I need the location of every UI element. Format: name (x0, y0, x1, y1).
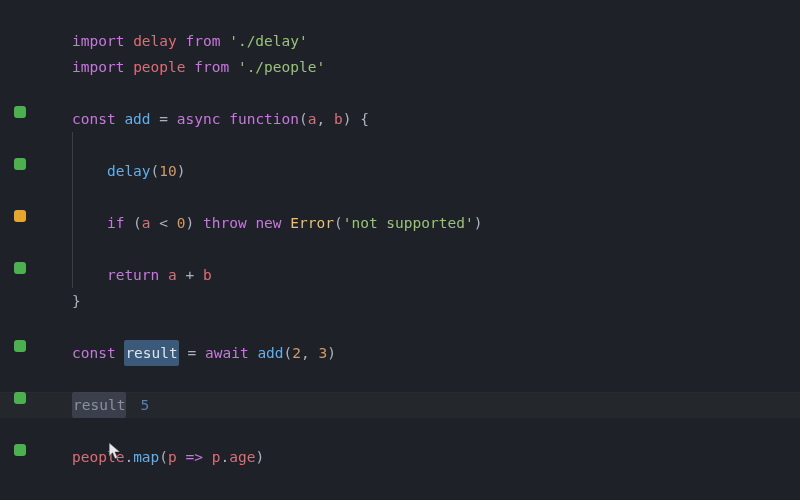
function-call: delay (107, 158, 151, 184)
code-editor[interactable]: import delay from './delay' import peopl… (0, 0, 800, 470)
blank-line[interactable] (0, 184, 800, 210)
code-line-current[interactable]: result 5 (0, 392, 800, 418)
number: 0 (177, 210, 186, 236)
blank-line[interactable] (0, 418, 800, 444)
code-line[interactable]: import delay from './delay' (0, 28, 800, 54)
code-line[interactable]: const result = await add ( 2 , 3 ) (0, 340, 800, 366)
keyword-throw: throw (203, 210, 247, 236)
punct: ( (159, 444, 168, 470)
punct: ( (284, 340, 293, 366)
indent-guide (72, 210, 73, 236)
indent (72, 262, 107, 288)
punct: . (124, 444, 133, 470)
param: p (168, 444, 177, 470)
identifier: delay (133, 28, 177, 54)
identifier: p (212, 444, 221, 470)
class-name: Error (290, 210, 334, 236)
identifier: people (133, 54, 185, 80)
occurrence-highlight: result (72, 392, 126, 418)
string-literal: 'not supported' (343, 210, 474, 236)
indent (72, 210, 107, 236)
coverage-marker-icon (14, 392, 26, 404)
punct: ( (151, 158, 160, 184)
keyword-const: const (72, 106, 116, 132)
coverage-marker-icon (14, 444, 26, 456)
inline-eval-value: 5 (140, 392, 149, 418)
whitespace (220, 106, 229, 132)
keyword-from: from (194, 54, 229, 80)
indent-guide (72, 158, 73, 184)
function-call: add (257, 340, 283, 366)
operator: < (151, 210, 177, 236)
whitespace (116, 340, 125, 366)
coverage-marker-icon (14, 210, 26, 222)
param: a (308, 106, 317, 132)
keyword-new: new (255, 210, 281, 236)
blank-line[interactable] (0, 132, 800, 158)
whitespace (282, 210, 291, 236)
string-literal: './people' (238, 54, 325, 80)
operator: = (151, 106, 177, 132)
indent-guide (72, 236, 73, 262)
indent-guide (72, 132, 73, 158)
selection-highlight: result (124, 340, 178, 366)
keyword-await: await (205, 340, 249, 366)
identifier: add (124, 106, 150, 132)
keyword-return: return (107, 262, 159, 288)
punct: ) (327, 340, 336, 366)
punct: ( (334, 210, 343, 236)
method-call: map (133, 444, 159, 470)
arrow: => (177, 444, 212, 470)
punct: ( (299, 106, 308, 132)
coverage-marker-icon (14, 106, 26, 118)
blank-line[interactable] (0, 366, 800, 392)
code-line[interactable]: people . map ( p => p . age ) (0, 444, 800, 470)
number: 3 (319, 340, 328, 366)
indent-guide (72, 184, 73, 210)
identifier: people (72, 444, 124, 470)
param: b (334, 106, 343, 132)
coverage-marker-icon (14, 262, 26, 274)
keyword-import: import (72, 28, 124, 54)
code-line[interactable]: const add = async function ( a , b ) { (0, 106, 800, 132)
punct: . (220, 444, 229, 470)
property: age (229, 444, 255, 470)
operator: + (177, 262, 203, 288)
blank-line[interactable] (0, 236, 800, 262)
punct: ( (124, 210, 141, 236)
punct: , (317, 106, 334, 132)
whitespace (249, 340, 258, 366)
keyword-from: from (186, 28, 221, 54)
keyword-async: async (177, 106, 221, 132)
punct: , (301, 340, 318, 366)
number: 10 (159, 158, 176, 184)
number: 2 (292, 340, 301, 366)
code-line[interactable]: if ( a < 0 ) throw new Error ( 'not supp… (0, 210, 800, 236)
keyword-if: if (107, 210, 124, 236)
punct: ) (474, 210, 483, 236)
indent-guide (72, 262, 73, 288)
code-line[interactable]: return a + b (0, 262, 800, 288)
identifier: a (142, 210, 151, 236)
identifier: a (168, 262, 177, 288)
punct: ) (255, 444, 264, 470)
blank-line[interactable] (0, 314, 800, 340)
code-line[interactable]: import people from './people' (0, 54, 800, 80)
punct: ) (186, 210, 203, 236)
coverage-marker-icon (14, 158, 26, 170)
whitespace (159, 262, 168, 288)
identifier: b (203, 262, 212, 288)
indent (72, 158, 107, 184)
blank-line[interactable] (0, 80, 800, 106)
keyword-const: const (72, 340, 116, 366)
whitespace (247, 210, 256, 236)
punct: ) { (343, 106, 369, 132)
code-line[interactable]: } (0, 288, 800, 314)
brace: } (72, 288, 81, 314)
string-literal: './delay' (229, 28, 308, 54)
operator: = (179, 340, 205, 366)
punct: ) (177, 158, 186, 184)
coverage-marker-icon (14, 340, 26, 352)
code-line[interactable]: delay ( 10 ) (0, 158, 800, 184)
keyword-import: import (72, 54, 124, 80)
